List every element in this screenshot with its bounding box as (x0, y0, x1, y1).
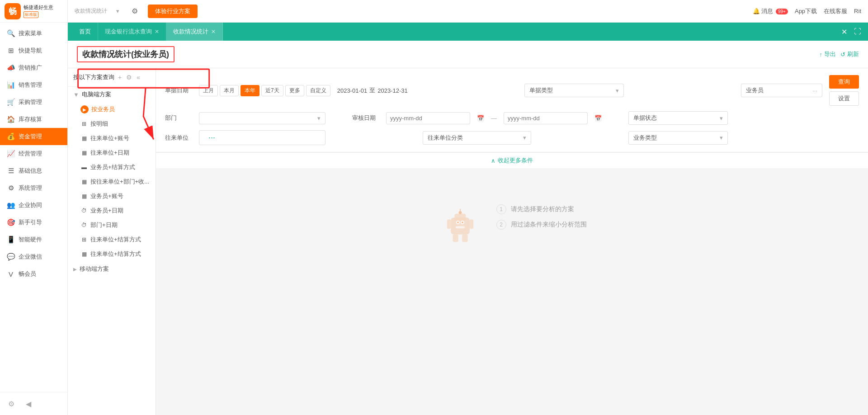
scheme-label-salesman-account: 业务员+账号 (90, 192, 123, 200)
logo-text: 畅捷通好生意 (24, 4, 53, 10)
scheme-item-salesman-method[interactable]: ▬ 业务员+结算方式 (68, 160, 156, 174)
date-btn-more[interactable]: 更多 (285, 85, 304, 96)
scheme-item-salesman-account[interactable]: ▦ 业务员+账号 (68, 189, 156, 203)
tab-bank-close[interactable]: ✕ (155, 28, 159, 35)
date-btn-last-month[interactable]: 上月 (199, 85, 218, 96)
scheme-item-by-detail[interactable]: ⊞ 按明细 (68, 117, 156, 131)
sidebar-label-purchase: 采购管理 (19, 98, 42, 106)
salesman-account-icon: ▦ (80, 193, 88, 200)
partner-category-select[interactable]: 往来单位分类 ▾ (423, 131, 531, 145)
app-download[interactable]: App下载 (795, 7, 817, 15)
voucher-status-label: 单据状态 (633, 114, 657, 122)
sidebar-item-wechat[interactable]: 💬 企业微信 (0, 248, 67, 265)
review-date-to-cal[interactable]: 📅 (594, 115, 602, 122)
scheme-item-unit-dept[interactable]: ▦ 按往来单位+部门+收... (68, 174, 156, 189)
filter-actions: 查询 设置 (829, 75, 859, 106)
scheme-item-salesman-date[interactable]: ⏱ 业务员+日期 (68, 203, 156, 218)
scheme-collapse-button[interactable]: « (136, 73, 141, 82)
sidebar-item-operation[interactable]: 📈 经营管理 (0, 145, 67, 162)
sidebar-collapse-button[interactable]: ◀ (22, 397, 35, 410)
sidebar-item-finance[interactable]: 💰 资金管理 (0, 128, 67, 145)
desktop-scheme-group: ▼ 电脑端方案 ▶ 按业务员 ⊞ 按明细 ▦ 往来单位+账号 (68, 87, 156, 261)
sidebar-item-member[interactable]: V 畅会员 (0, 265, 67, 283)
add-scheme-button[interactable]: + (117, 73, 123, 82)
export-icon: ↑ (820, 51, 823, 58)
tab-close-all-button[interactable]: ✕ (839, 28, 849, 36)
scheme-item-dept-date[interactable]: ⏱ 部门+日期 (68, 218, 156, 232)
date-btn-this-year[interactable]: 本年 (241, 85, 259, 96)
sidebar-item-sales[interactable]: 📊 销售管理 (0, 76, 67, 94)
sidebar-label-marketing: 营销推广 (19, 64, 42, 72)
inventory-icon: 🏠 (7, 115, 15, 123)
trial-button[interactable]: 体验行业方案 (148, 5, 198, 18)
partner-category-chevron: ▾ (523, 134, 526, 141)
sidebar-item-guide[interactable]: 🎯 新手引导 (0, 214, 67, 231)
sidebar-item-basic[interactable]: ☰ 基础信息 (0, 162, 67, 179)
partner-more-icon[interactable]: ··· (208, 133, 215, 142)
tabbar-right-actions: ✕ ⛶ (839, 28, 863, 36)
date-btn-7days[interactable]: 近7天 (261, 85, 283, 96)
voucher-type-select[interactable]: 单据类型 ▾ (524, 84, 624, 97)
dept-select[interactable]: ▾ (199, 112, 326, 124)
mobile-scheme-title[interactable]: ▶ 移动端方案 (68, 261, 156, 277)
sidebar-label-finance: 资金管理 (19, 132, 42, 141)
sidebar-label-hardware: 智能硬件 (19, 236, 42, 244)
chevron-down-icon: ▾ (116, 8, 119, 14)
scheme-item-unit-method1[interactable]: ⊞ 往来单位+结算方式 (68, 232, 156, 247)
placeholder-step-1: 1 请先选择要分析的方案 (496, 204, 587, 214)
sidebar-item-system[interactable]: ⚙ 系统管理 (0, 179, 67, 197)
dept-filter-label: 部门 (165, 114, 192, 122)
sidebar-item-marketing[interactable]: 📣 营销推广 (0, 59, 67, 76)
scheme-settings-button[interactable]: ⚙ (125, 73, 133, 82)
dept-chevron: ▾ (317, 115, 321, 122)
hardware-icon: 📱 (7, 236, 15, 244)
review-date-to-input[interactable] (504, 112, 588, 124)
scheme-label-salesman-date: 业务员+日期 (90, 207, 123, 215)
sidebar-item-hardware[interactable]: 📱 智能硬件 (0, 231, 67, 248)
topbar-gear-button[interactable]: ⚙ (128, 5, 141, 18)
svg-rect-1 (454, 214, 466, 222)
topbar-user: Rit (854, 8, 861, 14)
desktop-scheme-title[interactable]: ▼ 电脑端方案 (68, 87, 156, 102)
sidebar-item-search[interactable]: 🔍 搜索菜单 (0, 25, 67, 42)
scheme-label-by-detail: 按明细 (90, 120, 108, 128)
date-separator: 至 (369, 86, 375, 94)
sidebar-label-guide: 新手引导 (19, 218, 42, 226)
scheme-item-by-salesman[interactable]: ▶ 按业务员 (68, 102, 156, 117)
topbar-breadcrumb: 收款情况统计 (75, 7, 107, 15)
export-button[interactable]: ↑ 导出 (820, 50, 836, 58)
tab-maximize-button[interactable]: ⛶ (852, 28, 863, 36)
sidebar-item-inventory[interactable]: 🏠 库存核算 (0, 111, 67, 128)
scheme-item-unit-account[interactable]: ▦ 往来单位+账号 (68, 131, 156, 146)
notification-area: 🔔 消息 99+ (753, 7, 788, 15)
scheme-item-unit-method2[interactable]: ▦ 往来单位+结算方式 (68, 247, 156, 261)
date-btn-custom[interactable]: 自定义 (306, 85, 330, 96)
date-btn-this-month[interactable]: 本月 (220, 85, 239, 96)
sidebar-label-member: 畅会员 (19, 270, 36, 278)
main-area: 收款情况统计 ▾ ⚙ 体验行业方案 🔔 消息 99+ App下载 在线客服 Ri… (68, 0, 868, 415)
review-date-from-input[interactable] (386, 112, 470, 124)
settings-button[interactable]: 设置 (829, 91, 859, 106)
tab-home[interactable]: 首页 (72, 23, 98, 41)
logo-icon: 畅 (5, 3, 21, 19)
sidebar-item-enterprise[interactable]: 👥 企业协同 (0, 197, 67, 214)
salesman-select[interactable]: 业务员 ··· (741, 84, 822, 97)
voucher-status-select[interactable]: 单据状态 ▾ (628, 111, 728, 125)
voucher-status-chevron: ▾ (720, 115, 723, 122)
scheme-item-unit-date[interactable]: ▦ 往来单位+日期 (68, 146, 156, 160)
refresh-button[interactable]: ↺ 刷新 (840, 50, 859, 58)
purchase-icon: 🛒 (7, 98, 15, 106)
business-type-select[interactable]: 业务类型 ▾ (628, 131, 728, 145)
online-service[interactable]: 在线客服 (824, 7, 847, 15)
sidebar-settings-button[interactable]: ⚙ (5, 397, 18, 410)
finance-icon: 💰 (7, 132, 15, 141)
partner-select[interactable]: ··· (199, 130, 326, 145)
tab-bank[interactable]: 现金银行流水查询 ✕ (98, 23, 166, 41)
review-date-from-cal[interactable]: 📅 (477, 115, 484, 122)
sidebar-item-purchase[interactable]: 🛒 采购管理 (0, 94, 67, 111)
tab-receipt-close[interactable]: ✕ (211, 28, 216, 35)
sidebar-item-quicknav[interactable]: ⊞ 快捷导航 (0, 42, 67, 59)
collapse-bar[interactable]: ∧ 收起更多条件 (156, 152, 868, 168)
query-button[interactable]: 查询 (829, 75, 859, 89)
tab-receipt[interactable]: 收款情况统计 ✕ (166, 23, 223, 41)
